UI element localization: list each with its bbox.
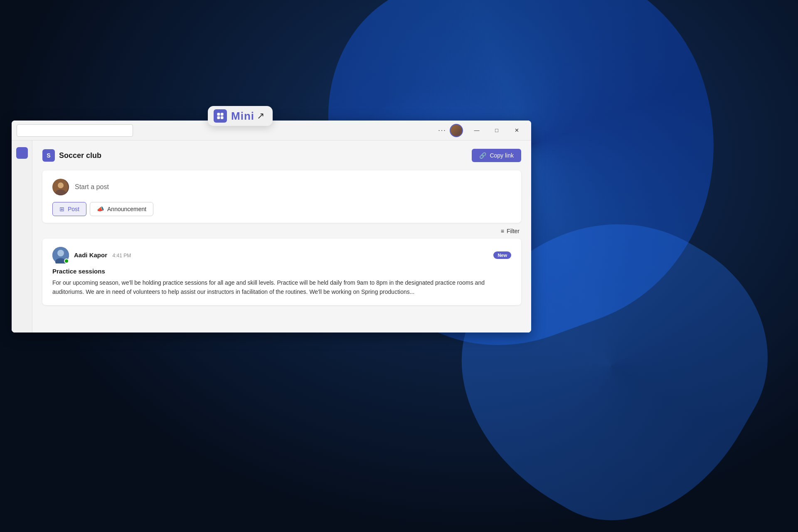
post-meta: Aadi Kapor 4:41 PM: [74, 251, 131, 259]
composer-input-row: Start a post: [52, 179, 511, 195]
post-card[interactable]: Aadi Kapor 4:41 PM New Practice sessions…: [42, 239, 521, 305]
post-title: Practice sessions: [52, 268, 511, 275]
channel-title-group: S Soccer club: [42, 149, 101, 162]
svg-point-8: [57, 250, 64, 256]
mini-app-icon: [214, 109, 227, 123]
channel-icon: S: [42, 149, 55, 162]
app-window: ··· — □ ✕ S: [12, 121, 531, 332]
svg-rect-1: [221, 113, 224, 116]
post-time: 4:41 PM: [112, 253, 131, 259]
post-author-row: Aadi Kapor 4:41 PM: [52, 247, 131, 264]
post-header: Aadi Kapor 4:41 PM New: [52, 247, 511, 264]
new-badge: New: [493, 251, 511, 259]
composer-actions: ⊞ Post 📣 Announcement: [52, 202, 511, 216]
svg-rect-0: [217, 113, 220, 116]
channel-title: Soccer club: [59, 151, 101, 160]
more-options-button[interactable]: ···: [436, 124, 449, 137]
svg-rect-3: [221, 116, 224, 119]
copy-link-button[interactable]: 🔗 Copy link: [472, 149, 521, 162]
maximize-icon: □: [495, 127, 498, 133]
sidebar: [12, 140, 32, 332]
user-avatar-button[interactable]: [450, 124, 463, 137]
post-composer: Start a post ⊞ Post 📣 Announcement: [42, 170, 521, 223]
start-post-input[interactable]: Start a post: [75, 183, 511, 191]
post-author-name: Aadi Kapor: [74, 251, 107, 259]
online-indicator: [64, 259, 69, 264]
post-author-avatar: [52, 247, 69, 264]
post-button[interactable]: ⊞ Post: [52, 202, 86, 216]
post-icon: ⊞: [59, 206, 64, 212]
minimize-icon: —: [474, 127, 480, 133]
post-body: For our upcoming season, we'll be holdin…: [52, 278, 511, 297]
close-icon: ✕: [515, 127, 519, 133]
avatar-image: [53, 180, 68, 195]
main-feed: S Soccer club 🔗 Copy link: [32, 140, 531, 332]
content-area: S Soccer club 🔗 Copy link: [12, 140, 531, 332]
channel-header: S Soccer club 🔗 Copy link: [42, 147, 521, 164]
mini-label: Mini: [231, 110, 254, 123]
announcement-icon: 📣: [97, 206, 104, 212]
post-label: Post: [68, 206, 79, 212]
minimize-button[interactable]: —: [467, 124, 486, 137]
filter-button[interactable]: ≡ Filter: [501, 228, 520, 234]
close-button[interactable]: ✕: [507, 124, 526, 137]
sidebar-icon: [16, 147, 28, 159]
filter-label: Filter: [507, 228, 520, 234]
channel-icon-letter: S: [47, 152, 50, 159]
mini-badge-popup: Mini ↗: [208, 106, 273, 126]
window-controls: ··· — □ ✕: [436, 124, 526, 137]
search-box[interactable]: [17, 124, 133, 137]
announcement-button[interactable]: 📣 Announcement: [90, 202, 153, 216]
current-user-avatar: [52, 179, 69, 195]
teams-icon-svg: [216, 112, 224, 120]
avatar-face: [52, 179, 69, 195]
cursor-icon: ↗: [257, 111, 264, 121]
svg-point-5: [58, 182, 64, 188]
svg-rect-2: [217, 116, 220, 119]
filter-row: ≡ Filter: [42, 228, 521, 234]
copy-link-label: Copy link: [490, 152, 514, 159]
filter-icon: ≡: [501, 228, 504, 234]
dots-label: ···: [438, 127, 446, 134]
announcement-label: Announcement: [107, 206, 146, 212]
maximize-button[interactable]: □: [487, 124, 506, 137]
copy-link-icon: 🔗: [479, 152, 486, 159]
